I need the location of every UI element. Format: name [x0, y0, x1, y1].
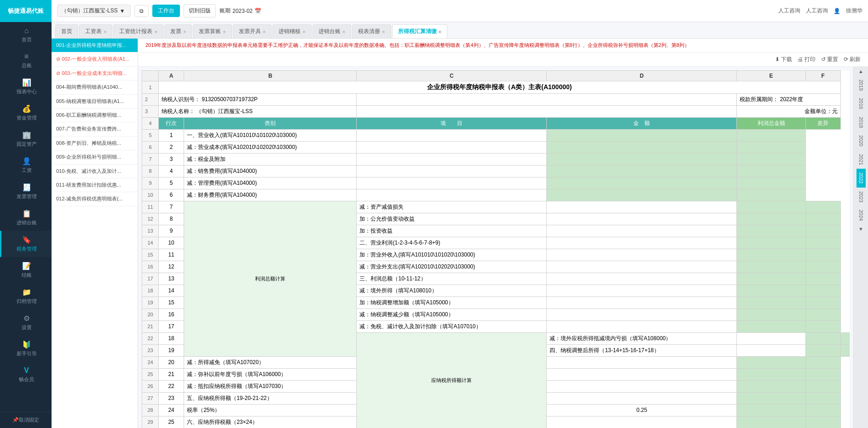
amount-cell[interactable]: [547, 261, 737, 273]
left-panel-item-010[interactable]: 010-免税、减计收入及加计...: [52, 165, 138, 178]
amount-cell[interactable]: [547, 285, 737, 297]
amount-cell[interactable]: [547, 380, 737, 392]
left-panel-item-001[interactable]: 001-企业所得税年度纳税申报...: [52, 39, 138, 52]
workbench-button[interactable]: 工作台: [152, 5, 180, 17]
item-cell[interactable]: 减：财务费用(填写A104000): [184, 189, 357, 201]
tab-close-icon[interactable]: ×: [104, 29, 106, 34]
tab-close-icon[interactable]: ×: [223, 29, 226, 34]
left-panel-item-002[interactable]: ⊘ 002-一般企业收入明细表(A1...: [52, 52, 138, 66]
profit-cell[interactable]: [737, 261, 805, 273]
refresh-button[interactable]: ⟳ 刷新: [844, 56, 861, 63]
amount-cell[interactable]: [547, 237, 737, 249]
diff-cell[interactable]: [737, 189, 805, 201]
item-cell[interactable]: 二、营业利润(1-2-3-4-5-6-7-8+9): [357, 237, 547, 249]
download-button[interactable]: ⬇ 下载: [775, 56, 792, 63]
item-cell[interactable]: 减：免税、减计收入及加计扣除（填写A107010）: [357, 320, 547, 332]
profit-cell[interactable]: [547, 153, 737, 165]
year-nav-down[interactable]: ▼: [856, 224, 865, 234]
diff-cell[interactable]: [805, 356, 840, 368]
year-2022[interactable]: 2022: [856, 169, 866, 187]
item-cell[interactable]: 减：纳税调整减少额（填写A105000）: [357, 308, 547, 320]
diff-cell[interactable]: [805, 201, 840, 213]
amount-cell[interactable]: [737, 344, 805, 356]
diff-cell[interactable]: [805, 416, 840, 428]
diff-cell[interactable]: [805, 380, 840, 392]
diff-cell[interactable]: [805, 273, 840, 285]
diff-cell[interactable]: [805, 225, 840, 237]
amount-cell[interactable]: [547, 297, 737, 308]
switch-old-button[interactable]: 切到旧版: [184, 4, 216, 17]
item-cell[interactable]: 减：境外所得（填写A108010）: [357, 285, 547, 297]
profit-cell[interactable]: [547, 165, 737, 177]
item-cell[interactable]: 加：纳税调整增加额（填写A105000）: [357, 297, 547, 308]
year-2020[interactable]: 2020: [856, 131, 866, 150]
amount-cell[interactable]: [547, 213, 737, 225]
sidebar-item-invoices[interactable]: 🧾 发票管理: [0, 178, 52, 205]
item-cell[interactable]: 加：投资收益: [357, 225, 547, 237]
item-cell[interactable]: 减：境外应税所得抵减境内亏损（填写A108000）: [547, 332, 737, 344]
sidebar-item-settings[interactable]: ⚙ 设置: [0, 309, 52, 336]
diff-cell[interactable]: [840, 332, 849, 344]
item-cell[interactable]: 减：弥补以前年度亏损（填写A106000）: [184, 368, 357, 380]
profit-cell[interactable]: [737, 320, 805, 332]
diff-cell[interactable]: [840, 344, 849, 356]
tab-salary-stats[interactable]: 工资统计报表 ×: [113, 24, 163, 38]
left-panel-item-012[interactable]: 012-减免所得税优惠明细表(...: [52, 192, 138, 206]
profit-cell[interactable]: [737, 416, 805, 428]
amount-cell[interactable]: [547, 225, 737, 237]
year-2016[interactable]: 2016: [856, 94, 866, 113]
tab-close-icon[interactable]: ×: [342, 29, 345, 34]
year-2018[interactable]: 2018: [856, 113, 866, 131]
profit-cell[interactable]: [737, 225, 805, 237]
sidebar-item-home[interactable]: ⌂ 首页: [0, 22, 52, 48]
tab-invoice-issue[interactable]: 发票开具 ×: [233, 24, 272, 38]
sidebar-item-assets[interactable]: 🏢 固定资产: [0, 126, 52, 152]
item-cell[interactable]: 减：所得减免（填写A107020）: [184, 356, 357, 368]
tab-income-tax[interactable]: 所得税汇算清缴 ×: [392, 24, 447, 38]
tab-home[interactable]: 首页: [55, 24, 78, 38]
amount-cell[interactable]: [547, 392, 737, 404]
profit-cell[interactable]: [737, 308, 805, 320]
profit-cell[interactable]: [737, 213, 805, 225]
item-cell[interactable]: 加：公允价值变动收益: [357, 213, 547, 225]
diff-cell[interactable]: [737, 177, 805, 189]
diff-cell[interactable]: [737, 165, 805, 177]
diff-cell[interactable]: [805, 261, 840, 273]
item-cell[interactable]: 三、利润总额（10-11-12）: [357, 273, 547, 285]
reset-button[interactable]: ↺ 重置: [821, 56, 838, 63]
amount-cell[interactable]: [357, 153, 547, 165]
sidebar-item-ledger[interactable]: ≡ 总账: [0, 48, 52, 74]
item-cell[interactable]: 加：营业外收入(填写A101010\101020\103000): [357, 249, 547, 261]
profit-cell[interactable]: [547, 189, 737, 201]
print-button[interactable]: 🖨 打印: [798, 56, 816, 63]
tab-close-icon[interactable]: ×: [263, 29, 266, 34]
sidebar-item-tax[interactable]: 🔖 税务管理: [0, 231, 52, 257]
sidebar-item-archive[interactable]: 📁 归档管理: [0, 283, 52, 309]
diff-cell[interactable]: [805, 213, 840, 225]
item-cell[interactable]: 税率（25%）: [184, 404, 357, 416]
amount-cell[interactable]: 0.25: [547, 404, 737, 416]
diff-cell[interactable]: [805, 285, 840, 297]
tab-tax-list[interactable]: 税表清册 ×: [352, 24, 391, 38]
left-panel-item-005[interactable]: 005-纳税调整项目明细表(A1...: [52, 95, 138, 108]
profit-cell[interactable]: [547, 177, 737, 189]
amount-cell[interactable]: [357, 129, 547, 141]
item-cell[interactable]: 减：税金及附加: [184, 153, 357, 165]
profit-cell[interactable]: [737, 237, 805, 249]
year-2019[interactable]: 2019: [856, 76, 866, 94]
diff-cell[interactable]: [805, 308, 840, 320]
amount-cell[interactable]: [357, 141, 547, 153]
amount-cell[interactable]: [357, 165, 547, 177]
copy-button[interactable]: ⧉: [134, 5, 149, 17]
sidebar-item-sales-ledger[interactable]: 📋 进销台账: [0, 205, 52, 231]
sidebar-item-close[interactable]: 📝 结账: [0, 257, 52, 283]
left-panel-item-011[interactable]: 011-研发费用加计扣除优惠...: [52, 178, 138, 192]
item-cell[interactable]: 一、营业收入(填写A101010\101020\103000): [184, 129, 357, 141]
tab-close-icon[interactable]: ×: [382, 29, 385, 34]
amount-cell[interactable]: [547, 249, 737, 261]
profit-cell[interactable]: [547, 129, 737, 141]
item-cell[interactable]: 减：营业成本(填写A102010\102020\103000): [184, 141, 357, 153]
diff-cell[interactable]: [805, 368, 840, 380]
amount-cell[interactable]: [547, 308, 737, 320]
tab-close-icon[interactable]: ×: [302, 29, 305, 34]
